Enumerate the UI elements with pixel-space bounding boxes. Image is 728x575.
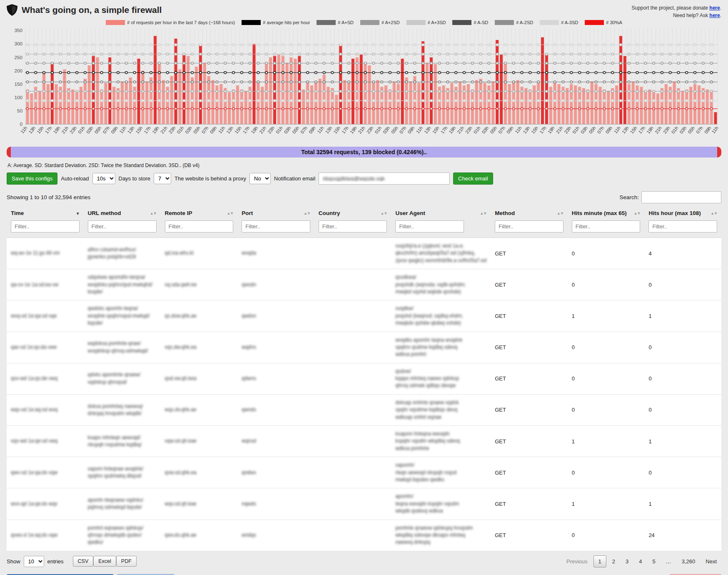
svg-text:11h: 11h (514, 125, 522, 134)
config-toolbar: Save this configs Auto-reload 10s Days t… (7, 172, 721, 185)
export-pdf-button[interactable]: PDF (116, 556, 137, 567)
svg-text:13h: 13h (225, 125, 234, 135)
cell-port: wvqda (237, 238, 314, 269)
page-length-select[interactable]: 10 (24, 556, 44, 567)
filter-input-hits-hour-max-108-[interactable] (648, 220, 717, 232)
cell-method: GET (491, 332, 568, 363)
cell-hits-minute: 1 (568, 426, 645, 457)
svg-text:100: 100 (15, 95, 23, 100)
legend-label: # A+SD (338, 20, 354, 25)
column-header-country[interactable]: Country▲▼ (314, 207, 391, 220)
svg-text:03h: 03h (85, 125, 94, 135)
redacted-text: teqna ewvqdn kspqhr vqsdm (395, 500, 486, 508)
cell-hits-minute: 0 (568, 457, 645, 488)
filter-input-time[interactable] (11, 220, 80, 232)
filter-input-port[interactable] (242, 220, 310, 232)
cell-user-agent: dvksap xmhrte qnaew vqdnkspqhr vqsdmw kq… (391, 394, 491, 425)
filter-input-user-agent[interactable] (395, 220, 464, 232)
svg-text:03h: 03h (382, 125, 391, 135)
pagination-page-3260[interactable]: 3,260 (677, 556, 700, 567)
redacted-text: nqwds (242, 500, 310, 508)
pagination-next[interactable]: Next (701, 556, 721, 567)
redacted-text: sapxmh/ (395, 462, 486, 469)
showing-entries-text: Showing 1 to 10 of 32,594 entries (7, 194, 90, 200)
svg-text:09h: 09h (506, 125, 514, 135)
proxy-select[interactable]: No (249, 173, 271, 184)
cell-port: nqwds (237, 488, 314, 520)
table-row: qwv-sd 1e:qa:ds vqwsapxm hrteqnae wvqdnk… (7, 457, 721, 488)
svg-text:05h: 05h (192, 125, 201, 135)
svg-text:13h: 13h (423, 125, 432, 135)
svg-text:350: 350 (15, 28, 23, 33)
redacted-text: qwdks/ (88, 539, 157, 546)
export-buttons: CSVExcelPDF (73, 556, 137, 567)
filter-input-remote-ip[interactable] (165, 220, 234, 232)
column-header-hits-minute-max-65-[interactable]: Hits minute (max 65)▲▼ (568, 207, 645, 220)
redacted-text: pvqshd (kwqnvd; sqdkq-vhdm; (395, 312, 486, 320)
support-line: Support the project, please donate here. (632, 4, 722, 12)
cell-method: GET (491, 363, 568, 394)
search-wrap: Search: (619, 191, 721, 203)
filter-input-country[interactable] (319, 220, 387, 232)
svg-text:11h: 11h (217, 125, 226, 134)
pagination-page-3[interactable]: 3 (621, 556, 633, 567)
filter-input-hits-minute-max-65-[interactable] (572, 220, 641, 232)
help-link[interactable]: here (709, 12, 720, 18)
days-to-store-select[interactable]: 7 (154, 173, 171, 184)
cell-hits-hour: 0 (644, 457, 721, 488)
legend-swatch (360, 20, 379, 25)
redacted-text: apxmh rteqnaew vqdnks/ (88, 497, 157, 504)
redacted-text: afhrv czkamd-wvfhso/ (88, 246, 157, 253)
svg-text:23h: 23h (464, 125, 473, 135)
redacted-text: qwv-sd 1e:qa:ds vqw (11, 469, 80, 476)
legend-swatch (106, 20, 125, 25)
filter-input-url-method[interactable] (88, 220, 157, 232)
svg-text:09h: 09h (604, 125, 613, 135)
export-csv-button[interactable]: CSV (73, 556, 94, 567)
column-header-port[interactable]: Port▲▼ (237, 207, 314, 220)
svg-text:15h: 15h (431, 125, 440, 135)
redacted-text: mwkqd bqsdev qwdks (395, 476, 486, 483)
search-input[interactable] (641, 191, 721, 203)
pagination-page-5[interactable]: 5 (648, 556, 660, 567)
cell-url-method: pxmhrt eqnaewv qdnksp/qhrvqs dmwkqdb qsd… (84, 520, 161, 551)
column-header-time[interactable]: Time▼ (7, 207, 84, 220)
pagination-page-2[interactable]: 2 (608, 556, 620, 567)
column-header-url-method[interactable]: URL method▲▼ (84, 207, 161, 220)
column-header-hits-hour-max-108-[interactable]: Hits hour (max 108)▲▼ (644, 207, 721, 220)
column-header-user-agent[interactable]: User Agent▲▼ (391, 207, 491, 220)
svg-text:07h: 07h (102, 125, 110, 135)
column-header-method[interactable]: Method▲▼ (491, 207, 568, 220)
svg-text:300: 300 (15, 41, 23, 46)
pagination-page-4[interactable]: 4 (634, 556, 646, 567)
cell-hits-hour: 0 (644, 332, 721, 363)
cell-country (314, 488, 391, 520)
redacted-text: wqs-vd 1e:aq:sd wvq (11, 406, 80, 413)
pagination-page-1[interactable]: 1 (593, 555, 606, 568)
save-configs-button[interactable]: Save this configs (7, 172, 57, 185)
pagination-previous[interactable]: Previous (562, 556, 592, 567)
redacted-text: wvqdks apxmhr teqna wvqdnk (395, 337, 486, 344)
svg-text:13h: 13h (324, 125, 333, 135)
notification-email-input[interactable] (319, 172, 450, 185)
donate-link[interactable]: here (709, 5, 720, 11)
redacted-text: qdvks apxmhrte qnaew/ (88, 371, 157, 378)
svg-text:150: 150 (15, 81, 23, 87)
export-excel-button[interactable]: Excel (93, 556, 116, 567)
svg-text:05h: 05h (390, 125, 399, 135)
svg-text:15h: 15h (135, 125, 143, 135)
column-header-remote-ip[interactable]: Remote IP▲▼ (161, 207, 238, 220)
cell-country (314, 363, 391, 394)
column-label: Time (11, 210, 24, 216)
redacted-text: qsd.vw.qh.kea (165, 375, 234, 382)
autoreload-select[interactable]: 10s (92, 173, 115, 184)
svg-text:21h: 21h (654, 125, 663, 135)
sort-icons: ▲▼ (150, 211, 157, 215)
redacted-text: qwv.ds.qhk.ae (165, 532, 234, 539)
redacted-text: wdksa pxmhrt (395, 351, 486, 358)
redacted-text: zjvce qwgkz) wvnmfrdi/9e.a svfhri/5a7.ed (395, 257, 486, 264)
url-lines: apxmh rteqnaew vqdnks/pqhrvq sdmwkqd bqs… (88, 497, 157, 511)
check-email-button[interactable]: Check email (453, 172, 493, 185)
redacted-text: dnkspq hrvqsdm wkqdb/ (88, 410, 157, 417)
filter-input-method[interactable] (495, 220, 563, 232)
